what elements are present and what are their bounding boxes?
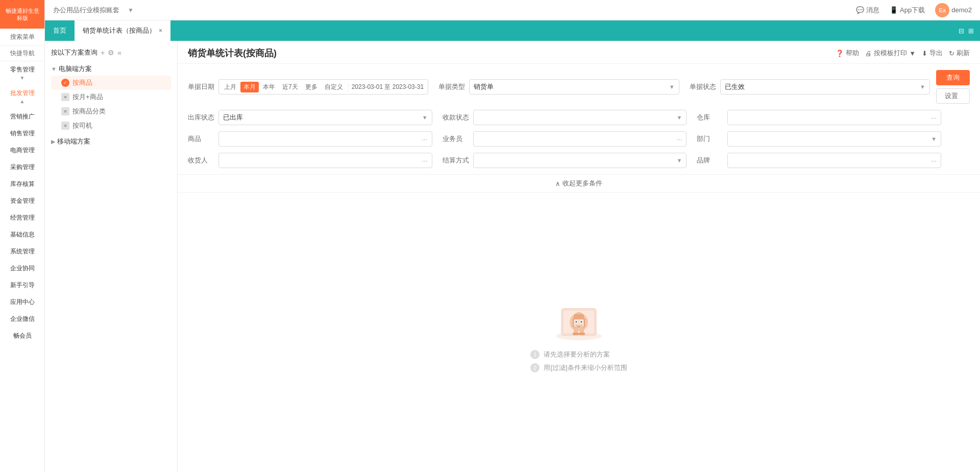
dropdown-arrow-icon: ▼	[909, 50, 916, 57]
refresh-button[interactable]: ↻ 刷新	[949, 49, 970, 58]
svg-rect-15	[579, 333, 585, 335]
add-scheme-icon[interactable]: +	[101, 49, 105, 57]
type-control[interactable]: 销货单 ▼	[469, 79, 679, 95]
type-label: 单据类型	[438, 82, 469, 91]
tip-2-text: 用[过滤]条件来缩小分析范围	[544, 363, 627, 372]
empty-tips: 1 请先选择要分析的方案 2 用[过滤]条件来缩小分析范围	[530, 350, 627, 372]
scheme-panel-header: 按以下方案查询 + ⚙ «	[45, 45, 177, 60]
tab-close-icon[interactable]: ×	[159, 27, 162, 34]
settings-scheme-icon[interactable]: ⚙	[108, 49, 114, 57]
settlement-label: 结算方式	[443, 156, 473, 165]
sidebar-item-guide[interactable]: 新手引导	[0, 277, 44, 294]
out-status-control[interactable]: 已出库 ▼	[218, 110, 432, 125]
receipt-status-label: 收款状态	[443, 113, 473, 122]
sidebar-item-wechat[interactable]: 企业微信	[0, 311, 44, 327]
date-tab-lastmonth[interactable]: 上月	[221, 82, 239, 92]
sidebar-item-ecommerce[interactable]: 电商管理	[0, 142, 44, 159]
sidebar-item-marketing[interactable]: 营销推广	[0, 108, 44, 125]
date-tab-7days[interactable]: 近7天	[279, 82, 301, 92]
receiver-dots-icon: ···	[422, 157, 428, 164]
sidebar-item-inventory[interactable]: 库存核算	[0, 176, 44, 193]
empty-illustration	[548, 293, 609, 344]
settings-button[interactable]: 设置	[936, 88, 970, 104]
sidebar-item-finance[interactable]: 资金管理	[0, 193, 44, 209]
brand-control[interactable]: ···	[727, 153, 941, 168]
date-tab-more[interactable]: 更多	[302, 82, 321, 92]
mobile-scheme-group[interactable]: ▶ 移动端方案	[45, 135, 177, 148]
brand-field: 品牌 ···	[697, 153, 941, 168]
collapse-bar[interactable]: ∧ 收起更多条件	[178, 175, 980, 193]
sidebar-item-system[interactable]: 系统管理	[0, 243, 44, 260]
scheme-item-by-driver[interactable]: ≡ 按司机	[51, 119, 171, 133]
sidebar-item-apps[interactable]: 应用中心	[0, 294, 44, 311]
sidebar-item-purchase[interactable]: 采购管理	[0, 159, 44, 176]
status-field: 单据状态 已生效 ▼	[690, 79, 930, 95]
minimize-icon[interactable]: ⊟	[959, 27, 964, 35]
app-download-button[interactable]: 📱 App下载	[890, 6, 925, 15]
warehouse-label: 仓库	[697, 113, 727, 122]
salesperson-control[interactable]: ···	[473, 131, 687, 147]
scheme-item-by-goods[interactable]: ✓ 按商品	[51, 76, 171, 90]
settlement-control[interactable]: ▼	[473, 153, 687, 168]
tab-report[interactable]: 销货单统计表（按商品） ×	[75, 20, 170, 41]
tabbar: 首页 销货单统计表（按商品） × ⊟ ⊞	[45, 20, 980, 41]
out-status-label: 出库状态	[188, 113, 218, 122]
tip-2-number: 2	[530, 363, 540, 372]
scheme-panel: 按以下方案查询 + ⚙ « ▼ 电脑端方案 ✓ 按商品 ≡ 按月+商品	[45, 41, 178, 472]
collapse-up-icon: ∧	[555, 180, 560, 187]
filter-actions: ❓ 帮助 🖨 按模板打印 ▼ ⬇ 导出 ↻ 刷新	[836, 49, 970, 58]
scheme-item-by-category[interactable]: ≡ 按商品分类	[51, 104, 171, 119]
tab-home[interactable]: 首页	[45, 20, 75, 41]
sidebar-item-enterprise[interactable]: 企业协同	[0, 260, 44, 277]
sidebar-item-sales[interactable]: 销售管理	[0, 125, 44, 142]
sidebar-item-basics[interactable]: 基础信息	[0, 226, 44, 243]
scheme-item-month-goods[interactable]: ≡ 按月+商品	[51, 90, 171, 104]
quick-nav[interactable]: 快捷导航	[0, 46, 44, 61]
receiver-control[interactable]: ···	[218, 153, 432, 168]
salesperson-dots-icon: ···	[677, 135, 682, 143]
status-control[interactable]: 已生效 ▼	[720, 79, 930, 95]
empty-tip-2: 2 用[过滤]条件来缩小分析范围	[530, 363, 627, 372]
date-tab-custom[interactable]: 自定义	[322, 82, 346, 92]
goods-control[interactable]: ···	[218, 131, 432, 147]
main-area: 办公用品行业模拟账套 ▼ 💬 消息 📱 App下载 Ea demo2 首页	[45, 0, 980, 472]
search-menu[interactable]: 搜索菜单	[0, 29, 44, 46]
filter-header: 销货单统计表(按商品) ❓ 帮助 🖨 按模板打印 ▼ ⬇ 导出	[178, 41, 980, 64]
sidebar-logo: 畅捷通好生意 标版	[0, 0, 45, 29]
expand-icon[interactable]: ⊞	[968, 27, 974, 35]
sidebar-item-membership[interactable]: 畅会员	[0, 327, 44, 344]
query-button[interactable]: 查询	[936, 70, 970, 85]
warehouse-control[interactable]: ···	[727, 110, 941, 125]
industry-arrow[interactable]: ▼	[128, 7, 134, 14]
collapse-scheme-icon[interactable]: «	[117, 49, 121, 57]
department-control[interactable]: ▼	[727, 131, 941, 147]
status-label: 单据状态	[690, 82, 720, 91]
user-profile[interactable]: Ea demo2	[935, 3, 972, 17]
date-tab-thismonth[interactable]: 本月	[240, 82, 259, 92]
page-title: 销货单统计表(按商品)	[188, 47, 277, 59]
date-selector[interactable]: 上月 本月 本年 近7天 更多 自定义 2023-03-01 至 2023-03…	[218, 79, 428, 95]
status-arrow-icon: ▼	[920, 84, 925, 90]
chevron-icon: ▼	[20, 75, 25, 81]
department-arrow-icon: ▼	[931, 136, 937, 142]
receipt-status-field: 收款状态 ▼	[443, 110, 687, 125]
sidebar-item-operations[interactable]: 经营管理	[0, 209, 44, 226]
message-button[interactable]: 💬 消息	[856, 6, 879, 15]
filter-row-1: 单据日期 上月 本月 本年 近7天 更多 自定义 2023-03-01 至 20…	[188, 70, 970, 104]
template-print-button[interactable]: 🖨 按模板打印 ▼	[865, 49, 916, 58]
scheme-icon: ≡	[61, 93, 69, 101]
tip-1-number: 1	[530, 350, 540, 359]
desktop-scheme-title[interactable]: ▼ 电脑端方案	[51, 62, 171, 76]
action-buttons: 查询 设置	[936, 70, 970, 104]
sidebar-item-wholesale[interactable]: 批发管理 ▲	[0, 85, 44, 108]
collapse-text: ∧ 收起更多条件	[555, 179, 602, 188]
brand-label: 品牌	[697, 156, 727, 165]
date-tab-thisyear[interactable]: 本年	[260, 82, 278, 92]
export-button[interactable]: ⬇ 导出	[922, 49, 943, 58]
sidebar-item-retail[interactable]: 零售管理 ▼	[0, 61, 44, 85]
help-button[interactable]: ❓ 帮助	[836, 49, 859, 58]
export-icon: ⬇	[922, 50, 927, 57]
receipt-status-control[interactable]: ▼	[473, 110, 687, 125]
receiver-field: 收货人 ···	[188, 153, 432, 168]
empty-tip-1: 1 请先选择要分析的方案	[530, 350, 627, 359]
